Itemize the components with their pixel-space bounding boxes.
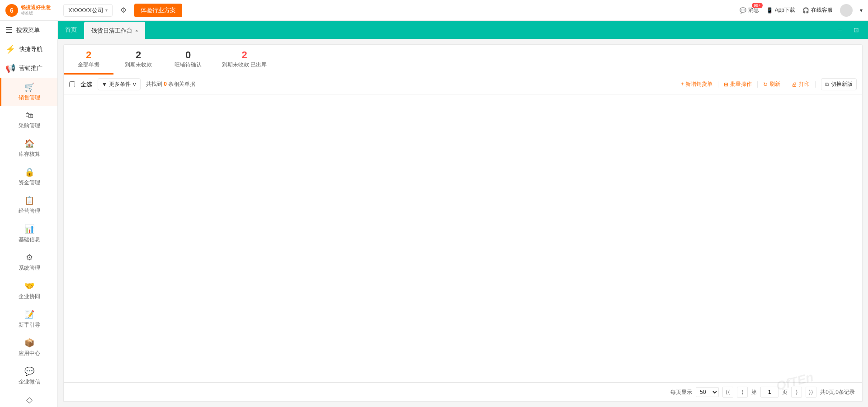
tab-minimize-btn[interactable]: ─ — [834, 23, 846, 36]
purchase-icon: 🛍 — [25, 111, 33, 120]
status-tab-overdue-unshipped-label: 到期未收款 已出库 — [222, 61, 267, 69]
status-tab-all-count: 2 — [86, 49, 91, 61]
app-download-btn[interactable]: 📱 App下载 — [766, 6, 795, 14]
settings-icon-btn[interactable]: ⚙ — [116, 3, 131, 18]
print-btn[interactable]: 🖨 打印 — [792, 80, 810, 88]
select-all-checkbox[interactable] — [69, 81, 75, 87]
content-area: 首页 钱货日清工作台 × ─ ⊡ 2 全部单据 2 到期未收款 — [58, 21, 868, 407]
sidebar-item-label: 营销推广 — [19, 64, 42, 72]
company-selector[interactable]: XXXXXX公司 ▾ — [63, 4, 113, 17]
avatar[interactable] — [840, 4, 853, 17]
sidebar-item-search-menu[interactable]: ☰ 搜索菜单 — [0, 21, 57, 40]
status-tab-overdue-unpaid[interactable]: 2 到期未收款 — [113, 45, 163, 75]
filter-btn[interactable]: ▼ 更多条件 ∨ — [98, 78, 141, 90]
status-tab-all-label: 全部单据 — [78, 61, 99, 69]
page-label: 第 — [751, 388, 757, 396]
sidebar-item-purchase[interactable]: 🛍 采购管理 — [0, 106, 57, 134]
header-right: 💬 消息 99+ 📱 App下载 🎧 在线客服 ▾ — [740, 4, 863, 17]
sidebar-item-label: 快捷导航 — [19, 45, 42, 53]
system-icon: ⚙ — [26, 253, 33, 262]
first-page-btn[interactable]: ⟨⟨ — [722, 387, 733, 398]
logo-text: 畅捷通好生意 标准版 — [21, 4, 51, 16]
sidebar-item-sales[interactable]: 🛒 销售管理 — [0, 78, 57, 106]
quick-nav-icon: ⚡ — [5, 44, 15, 54]
experience-btn[interactable]: 体验行业方案 — [134, 4, 182, 17]
status-tabs: 2 全部单据 2 到期未收款 0 旺辅待确认 2 到期未收款 已出库 — [63, 44, 863, 75]
sidebar-item-marketing[interactable]: 📢 营销推广 — [0, 59, 57, 78]
sidebar-item-finance[interactable]: 🔒 资金管理 — [0, 163, 57, 191]
sidebar-item-label: 新手引导 — [19, 321, 40, 329]
sidebar-item-member[interactable]: ◇ 畅会员 — [0, 390, 57, 407]
sidebar-item-label: 搜索菜单 — [16, 26, 40, 34]
page-size-label: 每页显示 — [670, 388, 692, 396]
switch-new-version-btn[interactable]: ⧉ 切换新版 — [821, 78, 857, 90]
sidebar-item-label: 应用中心 — [19, 350, 40, 357]
divider — [815, 81, 816, 88]
switch-icon: ⧉ — [825, 81, 829, 88]
sales-icon: 🛒 — [24, 82, 34, 92]
print-icon: 🖨 — [792, 81, 797, 88]
download-icon: 📱 — [766, 7, 773, 14]
sidebar-item-quick-nav[interactable]: ⚡ 快捷导航 — [0, 40, 57, 59]
total-label: 共0页,0条记录 — [820, 388, 855, 396]
sidebar-item-enterprise[interactable]: 🤝 企业协同 — [0, 276, 57, 305]
prev-page-btn[interactable]: ⟨ — [737, 387, 748, 398]
sidebar-item-wechat[interactable]: 💬 企业微信 — [0, 362, 57, 390]
divider — [757, 81, 758, 88]
sidebar-item-label: 经营管理 — [19, 207, 40, 215]
sidebar-item-label: 系统管理 — [19, 264, 40, 272]
status-tab-wangpu-count: 0 — [185, 49, 191, 61]
tab-bar: 首页 钱货日清工作台 × ─ ⊡ — [58, 21, 868, 39]
tab-work-label: 钱货日清工作台 — [91, 27, 132, 35]
logo-area: 6 畅捷通好生意 标准版 — [5, 4, 63, 17]
refresh-btn[interactable]: ↻ 刷新 — [763, 80, 780, 88]
inventory-icon: 🏠 — [24, 139, 34, 149]
online-service-btn[interactable]: 🎧 在线客服 — [802, 6, 833, 14]
guide-icon: 📝 — [24, 309, 34, 319]
enterprise-icon: 🤝 — [24, 281, 34, 291]
pagination-bar: 每页显示 50 100 200 ⟨⟨ ⟨ 第 页 ⟩ ⟩⟩ 共0页,0条记录 — [63, 383, 863, 402]
sidebar-item-system[interactable]: ⚙ 系统管理 — [0, 248, 57, 276]
found-count: 0 — [164, 81, 167, 87]
batch-operation-btn[interactable]: ⊞ 批量操作 — [724, 80, 752, 88]
tab-close-icon[interactable]: × — [135, 28, 138, 33]
last-page-btn[interactable]: ⟩⟩ — [806, 387, 816, 398]
tab-work[interactable]: 钱货日清工作台 × — [84, 22, 145, 40]
tab-home-label: 首页 — [65, 26, 77, 34]
sidebar-item-apps[interactable]: 📦 应用中心 — [0, 333, 57, 362]
toolbar-right: + 新增销货单 ⊞ 批量操作 ↻ 刷新 🖨 打印 — [681, 78, 857, 90]
sidebar-item-label: 采购管理 — [19, 122, 40, 130]
message-btn[interactable]: 💬 消息 99+ — [740, 6, 759, 14]
avatar-name: ▾ — [860, 7, 863, 14]
basic-info-icon: 📊 — [24, 224, 34, 234]
sidebar-item-guide[interactable]: 📝 新手引导 — [0, 305, 57, 333]
page-content: 2 全部单据 2 到期未收款 0 旺辅待确认 2 到期未收款 已出库 — [58, 39, 868, 407]
tab-home[interactable]: 首页 — [58, 21, 84, 39]
next-page-btn[interactable]: ⟩ — [791, 387, 802, 398]
page-input[interactable] — [760, 387, 778, 398]
gear-icon: ⚙ — [120, 6, 127, 14]
sidebar-item-operations[interactable]: 📋 经营管理 — [0, 191, 57, 220]
sidebar-item-inventory[interactable]: 🏠 库存核算 — [0, 134, 57, 163]
sidebar-item-basic-info[interactable]: 📊 基础信息 — [0, 220, 57, 248]
sidebar-item-label: 资金管理 — [19, 179, 40, 187]
tab-maximize-btn[interactable]: ⊡ — [850, 23, 863, 36]
chevron-down-icon: ▾ — [105, 8, 108, 13]
batch-icon: ⊞ — [724, 81, 728, 88]
service-icon: 🎧 — [802, 7, 809, 14]
status-tab-overdue-unshipped[interactable]: 2 到期未收款 已出库 — [213, 45, 276, 75]
toolbar: 全选 ▼ 更多条件 ∨ 共找到 0 条相关单据 + 新增销货单 — [63, 75, 863, 94]
status-tab-all[interactable]: 2 全部单据 — [64, 45, 113, 75]
filter-chevron-icon: ∨ — [132, 81, 137, 88]
select-all-label: 全选 — [80, 80, 92, 89]
apps-icon: 📦 — [24, 338, 34, 348]
divider — [718, 81, 718, 88]
status-tab-wangpu-confirm[interactable]: 0 旺辅待确认 — [163, 45, 213, 75]
finance-icon: 🔒 — [24, 167, 34, 177]
new-sales-btn[interactable]: + 新增销货单 — [681, 80, 712, 88]
tab-bar-actions: ─ ⊡ — [834, 23, 868, 36]
sidebar: ☰ 搜索菜单 ⚡ 快捷导航 📢 营销推广 🛒 销售管理 🛍 采购管理 🏠 库存核… — [0, 21, 58, 407]
page-size-select[interactable]: 50 100 200 — [696, 387, 719, 397]
sidebar-item-label: 库存核算 — [19, 150, 40, 158]
status-tab-overdue-unpaid-label: 到期未收款 — [125, 61, 152, 69]
